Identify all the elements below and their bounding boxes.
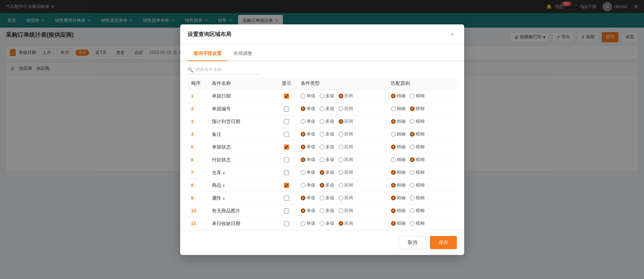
type-radio[interactable] [320, 157, 324, 162]
dialog-close-button[interactable]: × [448, 30, 457, 39]
type-radio[interactable] [320, 132, 324, 137]
row-match: 精确模糊 [387, 166, 457, 175]
row-type: 单值多值区间 [297, 128, 388, 141]
row-seq: 6 [187, 153, 209, 166]
display-checkbox[interactable] [284, 94, 289, 99]
match-radio[interactable] [410, 157, 415, 162]
type-radio[interactable] [339, 132, 343, 137]
type-radio[interactable] [301, 170, 305, 175]
match-radio[interactable] [391, 157, 396, 162]
search-icon: 🔍 [187, 67, 193, 72]
row-name: 单据状态 [208, 141, 276, 153]
display-checkbox[interactable] [284, 145, 289, 150]
match-radio[interactable] [410, 94, 415, 98]
type-radio[interactable] [320, 170, 324, 175]
table-row: 7仓库 ∨单值多值区间精确模糊 [187, 166, 457, 175]
row-display [276, 90, 297, 102]
dialog-tab-query-fields[interactable]: 查询字段设置 [187, 48, 228, 61]
row-type: 单值多值区间 [297, 153, 388, 166]
dialog-header: 设置查询区域布局 × [180, 24, 464, 44]
match-radio[interactable] [410, 145, 415, 149]
dialog-title: 设置查询区域布局 [187, 31, 231, 38]
dialog-search-area: 🔍 [180, 61, 464, 77]
type-radio[interactable] [301, 106, 305, 111]
type-radio[interactable] [339, 94, 343, 98]
row-name: 单据日期 [208, 90, 276, 102]
row-seq: 4 [187, 128, 209, 141]
search-box: 🔍 [187, 66, 260, 74]
col-header-seq: 顺序 [187, 77, 209, 90]
row-display [276, 141, 297, 153]
search-input[interactable] [195, 67, 254, 72]
match-radio[interactable] [391, 132, 396, 137]
row-name: 仓库 ∨ [208, 166, 276, 175]
type-radio[interactable] [339, 170, 343, 175]
row-seq: 2 [187, 102, 209, 115]
display-checkbox[interactable] [284, 132, 289, 137]
row-name: 付款状态 [208, 153, 276, 166]
type-radio[interactable] [320, 119, 324, 124]
row-display [276, 115, 297, 128]
row-name: 备注 [208, 128, 276, 141]
row-type: 单值多值区间 [297, 141, 388, 153]
dialog-tab-layout-adjust[interactable]: 布局调整 [228, 48, 258, 61]
match-radio[interactable] [391, 170, 396, 175]
table-row: 5单据状态单值多值区间精确模糊 [187, 141, 457, 153]
type-radio[interactable] [301, 132, 305, 137]
row-name: 预计到货日期 [208, 115, 276, 128]
match-radio[interactable] [391, 119, 396, 124]
match-radio[interactable] [391, 94, 396, 98]
type-radio[interactable] [301, 119, 305, 124]
row-display [276, 128, 297, 141]
row-match: 精确模糊 [387, 141, 457, 153]
row-display [276, 166, 297, 175]
display-checkbox[interactable] [284, 157, 289, 162]
row-type: 单值多值区间 [297, 115, 388, 128]
dialog-body: 顺序 条件名称 显示 条件类型 匹配原则 1单据日期单值多值区间精确模糊2单据编… [180, 77, 464, 176]
row-name: 单据编号 [208, 102, 276, 115]
match-radio[interactable] [391, 106, 396, 111]
row-seq: 3 [187, 115, 209, 128]
display-checkbox[interactable] [284, 119, 289, 124]
match-radio[interactable] [410, 132, 415, 137]
col-header-match: 匹配原则 [387, 77, 457, 90]
type-radio[interactable] [301, 145, 305, 149]
row-match: 精确模糊 [387, 90, 457, 102]
dialog-tabs: 查询字段设置 布局调整 [180, 44, 464, 61]
row-type: 单值多值区间 [297, 102, 388, 115]
col-header-type: 条件类型 [297, 77, 388, 90]
display-checkbox[interactable] [284, 106, 289, 111]
type-radio[interactable] [320, 106, 324, 111]
chevron-icon: ∨ [221, 171, 225, 175]
table-row: 4备注单值多值区间精确模糊 [187, 128, 457, 141]
row-match: 精确模糊 [387, 115, 457, 128]
match-radio[interactable] [410, 170, 415, 175]
match-radio[interactable] [391, 145, 396, 149]
type-radio[interactable] [301, 94, 305, 98]
col-header-name: 条件名称 [208, 77, 276, 90]
config-table: 顺序 条件名称 显示 条件类型 匹配原则 1单据日期单值多值区间精确模糊2单据编… [187, 77, 457, 176]
type-radio[interactable] [339, 157, 343, 162]
row-type: 单值多值区间 [297, 166, 388, 175]
display-checkbox[interactable] [284, 170, 289, 175]
type-radio[interactable] [339, 106, 343, 111]
match-radio[interactable] [410, 106, 415, 111]
settings-dialog: 设置查询区域布局 × 查询字段设置 布局调整 🔍 顺序 条件名称 显示 [180, 24, 464, 176]
type-radio[interactable] [339, 119, 343, 124]
row-match: 精确模糊 [387, 102, 457, 115]
type-radio[interactable] [301, 157, 305, 162]
type-radio[interactable] [339, 145, 343, 149]
table-row: 2单据编号单值多值区间精确模糊 [187, 102, 457, 115]
row-display [276, 153, 297, 166]
row-match: 精确模糊 [387, 128, 457, 141]
row-match: 精确模糊 [387, 153, 457, 166]
row-type: 单值多值区间 [297, 90, 388, 102]
type-radio[interactable] [320, 145, 324, 149]
match-radio[interactable] [410, 119, 415, 124]
modal-overlay: 设置查询区域布局 × 查询字段设置 布局调整 🔍 顺序 条件名称 显示 [0, 0, 644, 175]
row-seq: 1 [187, 90, 209, 102]
type-radio[interactable] [320, 94, 324, 98]
row-display [276, 102, 297, 115]
table-row: 3预计到货日期单值多值区间精确模糊 [187, 115, 457, 128]
table-row: 1单据日期单值多值区间精确模糊 [187, 90, 457, 102]
